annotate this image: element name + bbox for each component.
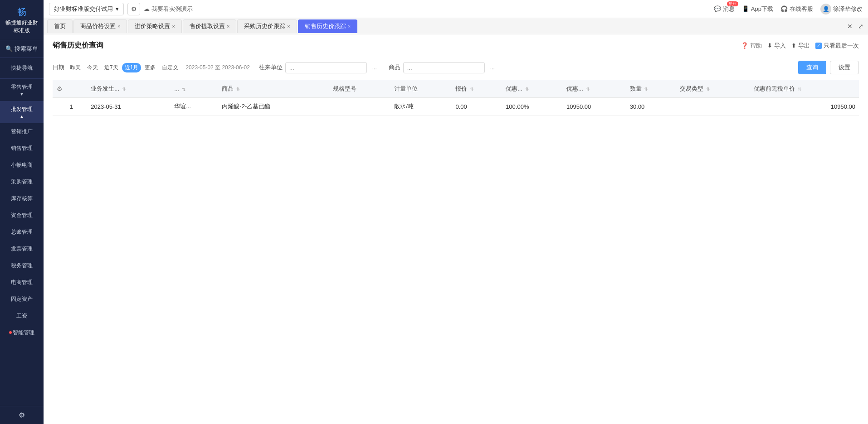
topbar-settings-button[interactable]: ⚙ (127, 3, 140, 15)
sort-icon: ⇅ (586, 87, 590, 92)
th-biz-date[interactable]: 业务发生... ⇅ (87, 80, 171, 98)
logo-icon: 畅 (4, 5, 40, 18)
sort-icon: ⇅ (182, 87, 185, 92)
row-gear-cell (53, 98, 66, 116)
sidebar-item-finance[interactable]: 资金管理 (0, 207, 44, 224)
sidebar-item-smart-mgmt[interactable]: 智能管理 (0, 324, 44, 341)
sidebar-quick-nav[interactable]: 快捷导航 (0, 58, 44, 79)
messages-button[interactable]: 💬 消息 99+ (714, 5, 735, 13)
sidebar-nav-item-quicknav[interactable]: 快捷导航 (2, 62, 42, 75)
export-icon: ⬆ (791, 42, 796, 49)
th-pretax-price[interactable]: 优惠前无税单价 ⇅ (750, 80, 859, 98)
sidebar-search[interactable]: 🔍 搜索菜单 (0, 40, 44, 58)
customer-label: 往来单位 (259, 63, 283, 72)
date-btn-more[interactable]: 更多 (142, 63, 158, 72)
sidebar-item-tax[interactable]: 税务管理 (0, 257, 44, 274)
search-label: 搜索菜单 (15, 45, 38, 52)
user-info[interactable]: 👤 徐泽华修改 (820, 4, 863, 14)
goods-input[interactable] (403, 62, 485, 73)
goods-label: 商品 (389, 63, 400, 72)
fixed-assets-label: 固定资产 (11, 295, 33, 303)
row-no-cell: 1 (66, 98, 87, 116)
th-more[interactable]: ... ⇅ (171, 80, 218, 98)
sidebar-item-general-ledger[interactable]: 总账管理 (0, 224, 44, 241)
close-icon[interactable]: × (348, 24, 351, 29)
download-icon: 📱 (742, 5, 749, 12)
settings-gear-icon[interactable]: ⚙ (19, 411, 25, 419)
sidebar-item-purchase[interactable]: 采购管理 (0, 173, 44, 190)
customer-input[interactable] (285, 62, 367, 73)
th-price[interactable]: 报价 ⇅ (452, 80, 502, 98)
online-support-button[interactable]: 🎧 在线客服 (780, 5, 813, 13)
avatar: 👤 (820, 4, 831, 14)
logo-subtitle: 标准版 (14, 27, 30, 34)
row-unit-cell: 散水/吨 (390, 98, 452, 116)
help-link[interactable]: ❓ 帮助 (741, 42, 762, 50)
close-icon[interactable]: × (287, 24, 290, 29)
customer-more-button[interactable]: ... (370, 63, 380, 72)
th-discount2[interactable]: 优惠... ⇅ (563, 80, 626, 98)
row-biz-date-cell: 2023-05-31 (87, 98, 171, 116)
app-download-button[interactable]: 📱 App下载 (742, 5, 773, 13)
date-btn-yesterday[interactable]: 昨天 (67, 63, 83, 72)
th-trade-type[interactable]: 交易类型 ⇅ (676, 80, 750, 98)
query-button[interactable]: 查询 (798, 61, 826, 74)
date-btn-last1month[interactable]: 近1月 (122, 63, 141, 72)
row-trade-type-cell (676, 98, 750, 116)
page-header: 销售历史价查询 ❓ 帮助 ⬇ 导入 ⬆ 导出 只看最后一次 (44, 34, 868, 55)
th-goods[interactable]: 商品 ⇅ (218, 80, 329, 98)
only-last-checkbox[interactable]: 只看最后一次 (815, 42, 859, 50)
row-discount2-cell: 10950.00 (563, 98, 626, 116)
date-btn-last7days[interactable]: 近7天 (102, 63, 121, 72)
retail-label: 零售管理 (11, 83, 33, 91)
maximize-window-button[interactable]: ⤢ (857, 22, 864, 31)
checkbox-checked-icon (815, 43, 822, 49)
sidebar-bottom: ⚙ (0, 406, 44, 424)
sidebar-item-marketing[interactable]: 营销推广 (0, 123, 44, 140)
tabbar: 首页 商品价格设置 × 进价策略设置 × 售价提取设置 × 采购历史价跟踪 × … (44, 18, 868, 34)
tab-home[interactable]: 首页 (47, 19, 73, 33)
date-range-display: 2023-05-02 至 2023-06-02 (185, 64, 249, 72)
sidebar-item-payroll[interactable]: 工资 (0, 308, 44, 324)
date-btn-custom[interactable]: 自定义 (159, 63, 181, 72)
close-window-button[interactable]: ✕ (846, 22, 853, 31)
close-icon[interactable]: × (117, 24, 120, 29)
settings-button[interactable]: 设置 (830, 61, 859, 74)
demo-link[interactable]: ☁ 我要看实例演示 (144, 5, 193, 13)
export-link[interactable]: ⬆ 导出 (791, 42, 810, 50)
th-discount1[interactable]: 优惠... ⇅ (502, 80, 563, 98)
import-link[interactable]: ⬇ 导入 (767, 42, 786, 50)
sidebar-item-ecommerce[interactable]: 电商管理 (0, 274, 44, 291)
app-selector[interactable]: 好业财标准版交付试用 ▾ (49, 3, 124, 15)
date-options: 昨天 今天 近7天 近1月 更多 自定义 (67, 63, 181, 72)
table-gear-icon[interactable]: ⚙ (57, 85, 63, 92)
close-icon[interactable]: × (172, 24, 175, 29)
table-row: 1 2023-05-31 华谊... 丙烯酸-2-乙基已酯 散水/吨 0.00 … (53, 98, 859, 116)
tab-price-settings[interactable]: 商品价格设置 × (73, 19, 127, 33)
sidebar-item-small-ecommerce[interactable]: 小畅电商 (0, 157, 44, 173)
sidebar-item-fixed-assets[interactable]: 固定资产 (0, 291, 44, 308)
general-ledger-label: 总账管理 (11, 228, 33, 236)
date-btn-today[interactable]: 今天 (84, 63, 101, 72)
payroll-label: 工资 (16, 312, 27, 320)
marketing-label: 营销推广 (11, 128, 33, 135)
sidebar-item-sales[interactable]: 销售管理 (0, 140, 44, 157)
import-label: 导入 (774, 42, 786, 50)
goods-more-button[interactable]: ... (488, 63, 497, 72)
sidebar-item-invoice[interactable]: 发票管理 (0, 241, 44, 257)
table-header-row: ⚙ 业务发生... ⇅ ... ⇅ 商品 ⇅ (53, 80, 859, 98)
sidebar-item-inventory[interactable]: 库存核算 (0, 190, 44, 207)
sidebar-item-wholesale[interactable]: 批发管理 ▲ (0, 101, 44, 123)
tab-sale-price[interactable]: 售价提取设置 × (183, 19, 236, 33)
sidebar-item-retail[interactable]: 零售管理 ▼ (0, 79, 44, 101)
demo-icon: ☁ (144, 5, 150, 12)
th-qty[interactable]: 数量 ⇅ (626, 80, 677, 98)
tab-purchase-strategy[interactable]: 进价策略设置 × (128, 19, 181, 33)
wholesale-label: 批发管理 (11, 106, 33, 113)
tab-sales-history[interactable]: 销售历史价跟踪 × (298, 19, 357, 33)
topbar: 好业财标准版交付试用 ▾ ⚙ ☁ 我要看实例演示 💬 消息 99+ 📱 App下… (44, 0, 868, 18)
tab-purchase-history[interactable]: 采购历史价跟踪 × (237, 19, 297, 33)
sales-label: 销售管理 (11, 145, 33, 152)
topbar-right: 💬 消息 99+ 📱 App下载 🎧 在线客服 👤 徐泽华修改 (714, 4, 863, 14)
close-icon[interactable]: × (227, 24, 229, 29)
